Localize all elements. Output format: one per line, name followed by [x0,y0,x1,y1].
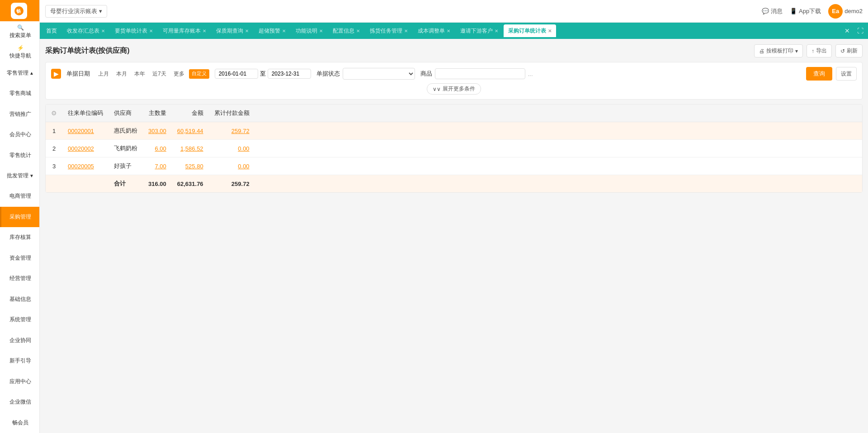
shortcut-7days[interactable]: 近7天 [150,69,169,79]
expand-more-button[interactable]: ∨∨ 展开更多条件 [427,83,481,95]
print-button[interactable]: 🖨 按模板打印 ▾ [754,44,803,57]
query-button[interactable]: 查询 [806,67,832,81]
tab-gongnengshuo[interactable]: 功能说明 ✕ [291,24,327,37]
shortcut-more[interactable]: 更多 [171,69,187,79]
table-row: 2 00020002 飞鹤奶粉 6.00 1,586.52 0.00 [46,140,862,157]
tab-yaohuodan[interactable]: 要货单统计表 ✕ [110,24,157,37]
paid-link[interactable]: 0.00 [238,145,249,152]
cell-amount: 525.80 [172,157,209,175]
tab-yaohuodan-label: 要货单统计表 [115,27,147,35]
paid-link[interactable]: 0.00 [238,163,249,170]
logo[interactable]: 畅 [0,0,39,21]
shortcut-last-month[interactable]: 上月 [95,69,112,79]
app-download-button[interactable]: 📱 App下载 [790,7,821,15]
sidebar-item-ecommerce[interactable]: 电商管理 [0,186,39,206]
paid-link[interactable]: 259.72 [231,128,250,134]
shortcut-this-month[interactable]: 本月 [113,69,130,79]
username-label: demo2 [844,8,863,14]
sidebar-item-retail-shop[interactable]: 零售商城 [0,83,39,104]
tab-close-all-button[interactable]: ✕ [842,26,853,35]
sidebar-item-vip-label: 畅会员 [12,419,28,427]
sidebar-item-basic[interactable]: 基础信息 [0,289,39,309]
tab-chengben[interactable]: 成本调整单 ✕ [413,24,455,37]
unit-code-link[interactable]: 00020005 [68,163,94,170]
sidebar-item-system-label: 系统管理 [9,316,31,324]
message-button[interactable]: 💬 消息 [762,7,783,15]
tab-peizhi-close-icon[interactable]: ✕ [356,29,360,33]
message-label: 消息 [771,7,783,15]
tab-yaoqing[interactable]: 邀请下游客户 ✕ [456,24,503,37]
qty-link[interactable]: 303.00 [148,128,166,134]
tab-zhehuo[interactable]: 拣货任务管理 ✕ [365,24,412,37]
svg-text:畅: 畅 [16,9,21,14]
tab-caigou-close-icon[interactable]: ✕ [548,29,552,33]
cell-qty: 303.00 [143,122,172,140]
sidebar-item-wholesale[interactable]: 批发管理 ▼ [0,166,39,186]
tab-baozhiqi[interactable]: 保质期查询 ✕ [212,24,253,37]
sidebar-item-finance[interactable]: 资金管理 [0,248,39,268]
footer-empty1 [46,175,62,193]
tab-gongnengshuo-close-icon[interactable]: ✕ [319,29,323,33]
sidebar-item-purchase[interactable]: 采购管理 [0,207,39,227]
sidebar-item-system[interactable]: 系统管理 [0,309,39,330]
filter-toggle-button[interactable]: ▶ [51,69,61,79]
tab-chaochuyujing-close-icon[interactable]: ✕ [282,29,286,33]
footer-extra [255,175,862,193]
sidebar-item-retail-stat[interactable]: 零售统计 [0,145,39,165]
amount-link[interactable]: 1,586.52 [180,145,203,152]
sidebar-item-vip[interactable]: 畅会员 [0,413,39,433]
tab-baozhiqi-close-icon[interactable]: ✕ [245,29,249,33]
tab-home[interactable]: 首页 [42,24,61,37]
date-end-input[interactable] [268,69,311,79]
sidebar-item-wholesale-label: 批发管理 [7,172,28,180]
sidebar-item-search-label: 搜索菜单 [9,32,31,39]
amount-link[interactable]: 525.80 [185,163,203,170]
status-select[interactable] [343,68,415,80]
footer-empty2 [62,175,108,193]
date-start-input[interactable] [215,69,258,79]
tab-yaoqing-close-icon[interactable]: ✕ [495,29,498,33]
tab-chengben-close-icon[interactable]: ✕ [447,29,450,33]
cell-paid: 259.72 [209,122,255,140]
goods-more-icon[interactable]: ... [528,71,533,77]
sidebar-item-newuser[interactable]: 新手引导 [0,351,39,371]
tab-yaohuodan-close-icon[interactable]: ✕ [149,29,153,33]
gear-icon[interactable]: ⚙ [51,109,57,117]
sidebar-item-retail[interactable]: 零售管理 ▲ [0,62,39,83]
refresh-button[interactable]: ↺ 刷新 [835,44,863,57]
shortcut-this-year[interactable]: 本年 [132,69,148,79]
sidebar-item-cooperation[interactable]: 企业协同 [0,330,39,351]
tab-chaochuyujing[interactable]: 超储预警 ✕ [254,24,290,37]
sidebar-item-marketing[interactable]: 营销推广 [0,104,39,124]
footer-amount: 62,631.76 [172,175,209,193]
tab-zhehuo-close-icon[interactable]: ✕ [404,29,408,33]
qty-link[interactable]: 6.00 [155,145,166,152]
th-unit-code: 往来单位编码 [62,105,108,122]
goods-input[interactable] [435,68,525,79]
th-qty: 主数量 [143,105,172,122]
tab-peizhi[interactable]: 配置信息 ✕ [328,24,364,37]
tab-fullscreen-button[interactable]: ⛶ [854,26,866,35]
sidebar-item-appcenter[interactable]: 应用中心 [0,371,39,392]
tab-caigou[interactable]: 采购订单统计表 ✕ [504,24,556,37]
settings-button[interactable]: 设置 [836,67,857,81]
tab-shoufahuizong-close-icon[interactable]: ✕ [101,29,105,33]
sidebar-item-inventory[interactable]: 库存核算 [0,227,39,247]
sidebar-item-member[interactable]: 会员中心 [0,124,39,145]
qty-link[interactable]: 7.00 [155,163,166,170]
sidebar-item-operations[interactable]: 经营管理 [0,268,39,289]
amount-link[interactable]: 60,519.44 [177,128,203,134]
tab-shoufahuizong[interactable]: 收发存汇总表 ✕ [62,24,109,37]
tab-keyongliang[interactable]: 可用量库存账本 ✕ [158,24,211,37]
sidebar-item-wechat[interactable]: 企业微信 [0,392,39,412]
user-profile-button[interactable]: Ea demo2 [828,4,863,19]
tab-keyongliang-close-icon[interactable]: ✕ [203,29,206,33]
sidebar-item-quick-nav[interactable]: ⚡ 快捷导航 [0,42,39,62]
export-button[interactable]: ↑ 导出 [807,44,832,57]
breadcrumb-select[interactable]: 母婴行业演示账表 ▾ [45,5,107,18]
unit-code-link[interactable]: 00020002 [68,145,94,152]
refresh-icon: ↺ [840,48,845,54]
unit-code-link[interactable]: 00020001 [68,128,94,134]
sidebar-item-search[interactable]: 🔍 搜索菜单 [0,21,39,42]
footer-qty: 316.00 [143,175,172,193]
